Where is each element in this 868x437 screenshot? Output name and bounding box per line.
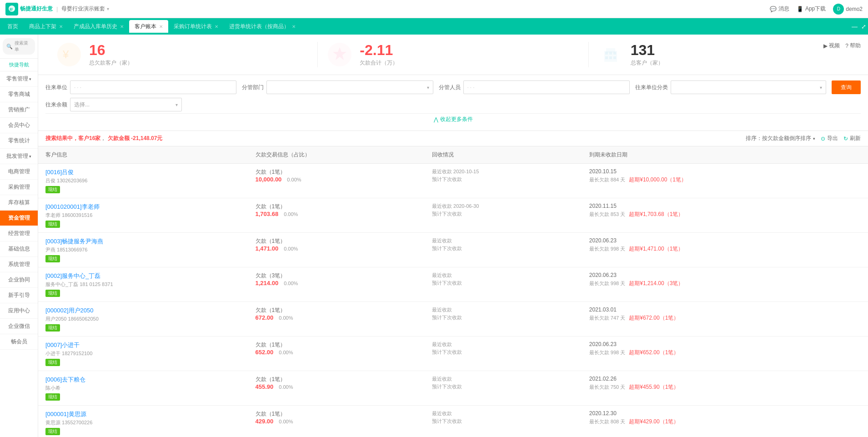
customer-name-5[interactable]: [0007]小进干 [45, 341, 241, 349]
stat-info-overdue: 16 总欠款客户（家） [89, 42, 133, 67]
sidebar-item-inventory[interactable]: 库存核算 [0, 195, 38, 211]
overdue-link-7[interactable]: 超期¥429.00（1笔） [629, 418, 679, 426]
tab-minimize-btn[interactable]: — [852, 23, 858, 30]
sidebar-item-member2[interactable]: 畅会员 [0, 334, 38, 350]
customer-name-6[interactable]: [0006]去下粮仓 [45, 376, 241, 384]
sort-select[interactable]: 排序：按欠款金额倒序排序 ▾ [746, 135, 815, 142]
recovery-latest-6: 最近收款 [432, 376, 575, 382]
sidebar-item-batch-mgmt[interactable]: 批发管理 ▾ [0, 149, 38, 164]
filter-balance-select[interactable]: 选择... ▾ [70, 98, 182, 111]
user-avatar[interactable]: D demo2 [833, 4, 863, 15]
sidebar-item-purchase[interactable]: 采购管理 [0, 180, 38, 195]
cell-recovery-7: 最近收款 预计下次收款 [425, 406, 582, 437]
view-btn[interactable]: ▶ 视频 [823, 42, 840, 50]
sidebar-item-ecommerce[interactable]: 电商管理 [0, 164, 38, 180]
debt-percent-1: 0.00% [284, 211, 298, 217]
table-row: [0002]服务中心_丁磊 服务中心_丁磊 181 0125 8371 现结 欠… [38, 267, 868, 302]
overdue-days-7: 最长欠款 808 天 [589, 418, 625, 425]
app-download-btn[interactable]: 📱 App下载 [797, 5, 826, 13]
tab-fullscreen-btn[interactable]: ⤢ [861, 23, 866, 30]
sidebar-search-inner[interactable]: 🔍 搜索菜单 [3, 38, 35, 55]
sidebar-item-retail-stats[interactable]: 零售统计 [0, 133, 38, 149]
filter-dept-input[interactable]: ▾ [266, 80, 433, 94]
customer-name-7[interactable]: [000001]黄思源 [45, 410, 241, 418]
tab-close-purchase-order[interactable]: ✕ [215, 24, 218, 29]
tab-product-shelf[interactable]: 商品上下架 ✕ [24, 20, 68, 33]
overdue-date-2: 2020.06.23 [589, 237, 861, 244]
customer-tag-2: 现结 [45, 255, 60, 262]
sidebar-item-retail-store[interactable]: 零售商城 [0, 87, 38, 102]
help-btn[interactable]: ? 帮助 [845, 42, 861, 50]
logo: 好 畅捷通好生意 [5, 3, 53, 15]
tab-customer-account[interactable]: 客户账本 ✕ [129, 20, 168, 33]
sidebar-item-basic[interactable]: 基础信息 [0, 241, 38, 257]
sidebar-item-marketing[interactable]: 营销推广 [0, 102, 38, 118]
customer-name-0[interactable]: [0016]吕俊 [45, 168, 241, 176]
recovery-latest-4: 最近收款 [432, 306, 575, 313]
export-btn[interactable]: ⊙ 导出 [821, 135, 838, 142]
tab-purchase-order[interactable]: 采购订单统计表 ✕ [168, 20, 224, 33]
tab-inventory-stats[interactable]: 进货单统计表（按商品） ✕ [224, 20, 301, 33]
search-btn[interactable]: 查询 [832, 80, 861, 94]
overdue-days-4: 最长欠款 747 天 [589, 315, 625, 321]
collapse-btn[interactable]: ⋀ 收起更多条件 [45, 113, 861, 125]
filter-vendor-input[interactable]: ··· [70, 80, 236, 94]
cell-recovery-0: 最近收款 2020-10-15 预计下次收款 [425, 164, 582, 198]
customer-name-2[interactable]: [0003]畅捷服务尹海燕 [45, 237, 241, 246]
tab-close-customer-account[interactable]: ✕ [159, 24, 163, 29]
tab-production-history[interactable]: 产成品入库单历史 ✕ [68, 20, 129, 33]
customer-name-4[interactable]: [000002]用户2050 [45, 306, 241, 315]
sidebar-search[interactable]: 🔍 搜索菜单 [0, 35, 38, 59]
cell-overdue-3: 2020.06.23 最长欠款 998 天 超期¥1,214.00（3笔） [582, 267, 868, 302]
tab-close-production-history[interactable]: ✕ [120, 24, 124, 29]
overdue-link-2[interactable]: 超期¥1,471.00（1笔） [629, 245, 683, 253]
tab-close-inventory-stats[interactable]: ✕ [292, 24, 296, 29]
cell-overdue-5: 2020.06.23 最长欠款 998 天 超期¥652.00（1笔） [582, 337, 868, 371]
debt-amount-1: 1,703.68 [256, 211, 279, 217]
refresh-btn[interactable]: ↻ 刷新 [843, 135, 861, 142]
sidebar-item-guide[interactable]: 新手引导 [0, 288, 38, 303]
sidebar-item-retail-mgmt[interactable]: 零售管理 ▾ [0, 71, 38, 87]
debt-count-5: 欠款（1笔） [256, 341, 417, 349]
logo-text: 畅捷通好生意 [20, 5, 53, 13]
filter-category-input[interactable]: ▾ [671, 80, 826, 94]
debt-percent-0: 0.00% [287, 177, 301, 182]
overdue-date-1: 2020.11.15 [589, 203, 861, 209]
overdue-link-4[interactable]: 超期¥672.00（1笔） [629, 314, 679, 322]
overdue-link-3[interactable]: 超期¥1,214.00（3笔） [629, 280, 683, 287]
tab-home[interactable]: 首页 [2, 20, 24, 33]
debt-count-2: 欠款（1笔） [256, 237, 417, 245]
sidebar-item-system[interactable]: 系统管理 [0, 257, 38, 272]
stat-icon-yuan: ¥ [56, 42, 82, 67]
recovery-next-1: 预计下次收款 [432, 211, 575, 217]
top-bar-left: 好 畅捷通好生意 | 母婴行业演示账套 ▾ [5, 3, 109, 15]
message-btn[interactable]: 💬 消息 [770, 5, 789, 13]
debt-count-4: 欠款（1笔） [256, 306, 417, 314]
sidebar-item-business[interactable]: 经营管理 [0, 226, 38, 241]
top-bar: 好 畅捷通好生意 | 母婴行业演示账套 ▾ 💬 消息 📱 App下载 D dem… [0, 0, 868, 18]
recovery-next-4: 预计下次收款 [432, 314, 575, 321]
col-debt-info: 欠款交易信息（占比） [248, 146, 425, 164]
overdue-link-0[interactable]: 超期¥10,000.00（1笔） [629, 176, 687, 184]
message-icon: 💬 [770, 6, 777, 12]
sidebar-quick-nav[interactable]: 快捷导航 [0, 59, 38, 71]
sidebar-item-member[interactable]: 会员中心 [0, 118, 38, 133]
overdue-link-5[interactable]: 超期¥652.00（1笔） [629, 349, 679, 357]
overdue-link-1[interactable]: 超期¥1,703.68（1笔） [629, 211, 683, 218]
customer-name-3[interactable]: [0002]服务中心_丁磊 [45, 272, 241, 280]
cell-customer-6: [0006]去下粮仓 陈小希 现结 [38, 371, 248, 406]
sidebar-item-enterprise[interactable]: 企业协同 [0, 272, 38, 288]
overdue-link-6[interactable]: 超期¥455.90（1笔） [629, 383, 679, 391]
tab-close-product-shelf[interactable]: ✕ [59, 24, 63, 29]
filter-person-input[interactable]: ··· [463, 80, 630, 94]
customer-phone-1: 李老师 18600391516 [45, 212, 241, 219]
company-select[interactable]: 母婴行业演示账套 ▾ [61, 5, 109, 13]
overdue-date-0: 2020.10.15 [589, 168, 861, 175]
cell-debt-1: 欠款（1笔） 1,703.68 0.00% [248, 198, 425, 233]
col-customer-info: 客户信息 [38, 146, 248, 164]
svg-rect-9 [605, 56, 608, 59]
sidebar-item-appcenter[interactable]: 应用中心 [0, 303, 38, 319]
customer-name-1[interactable]: [0001020001]李老师 [45, 203, 241, 211]
sidebar-item-finance[interactable]: 资金管理 [0, 211, 38, 226]
sidebar-item-wechat[interactable]: 企业微信 [0, 319, 38, 334]
